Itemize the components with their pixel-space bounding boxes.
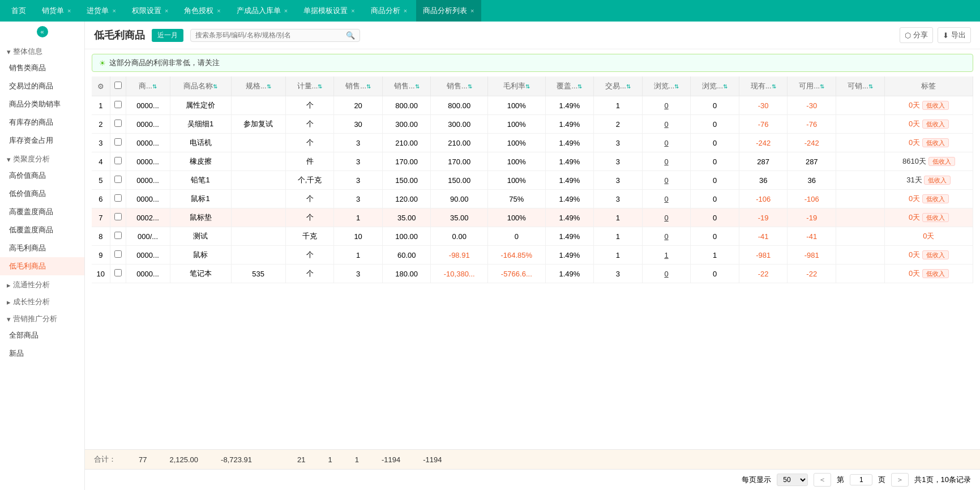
trade-link[interactable]: 0 xyxy=(664,157,668,166)
close-icon[interactable]: × xyxy=(165,7,168,14)
sidebar-item-category-rate[interactable]: 商品分类助销率 xyxy=(0,95,84,113)
sidebar-item-new-products[interactable]: 新品 xyxy=(0,344,84,363)
row-cover: 1 xyxy=(594,227,643,246)
sidebar-item-high-coverage[interactable]: 高覆盖度商品 xyxy=(0,203,84,221)
share-button[interactable]: ⬡ 分享 xyxy=(900,27,933,43)
row-checkbox[interactable] xyxy=(114,176,122,183)
nav-sales-order[interactable]: 销货单 × xyxy=(35,0,78,22)
row-stock: -76 xyxy=(739,115,788,134)
nav-templates[interactable]: 单据模板设置 × xyxy=(297,0,361,22)
table-row: 3 0000... 电话机 个 3 210.00 210.00 100% 1.4… xyxy=(92,134,973,152)
close-icon[interactable]: × xyxy=(112,7,115,14)
row-stock: -41 xyxy=(739,227,788,246)
nav-purchase-order[interactable]: 进货单 × xyxy=(80,0,122,22)
row-qty: 3 xyxy=(334,265,383,283)
row-checkbox[interactable] xyxy=(114,138,122,146)
close-icon[interactable]: × xyxy=(351,7,354,14)
sidebar-item-high-margin[interactable]: 高毛利商品 xyxy=(0,239,84,257)
trade-link[interactable]: 1 xyxy=(664,251,668,259)
page-number-input[interactable] xyxy=(850,474,872,485)
sidebar-group-growth[interactable]: ▸ 成长性分析 xyxy=(0,292,84,309)
trade-link[interactable]: 0 xyxy=(664,120,668,129)
row-checkbox-cell[interactable] xyxy=(110,246,126,265)
row-trade: 0 xyxy=(642,265,691,283)
trade-link[interactable]: 0 xyxy=(664,214,668,222)
sidebar-group-overall[interactable]: ▾ 整体信息 xyxy=(0,42,84,59)
row-checkbox[interactable] xyxy=(114,269,122,276)
sidebar-item-high-value[interactable]: 高价值商品 xyxy=(0,167,84,185)
prev-page-button[interactable]: ＜ xyxy=(814,473,831,487)
trade-link[interactable]: 0 xyxy=(664,176,668,185)
nav-product-analysis[interactable]: 商品分析 × xyxy=(364,0,414,22)
nav-roles[interactable]: 角色授权 × xyxy=(177,0,227,22)
close-icon[interactable]: × xyxy=(217,7,220,14)
select-all-checkbox[interactable] xyxy=(114,82,122,89)
col-code: 商...⇅ xyxy=(126,76,170,96)
row-no: 5 xyxy=(92,171,110,190)
sidebar-item-capital[interactable]: 库存资金占用 xyxy=(0,131,84,150)
close-icon[interactable]: × xyxy=(404,7,407,14)
row-checkbox-cell[interactable] xyxy=(110,96,126,115)
nav-products[interactable]: 产成品入库单 × xyxy=(230,0,294,22)
row-checkbox-cell[interactable] xyxy=(110,152,126,171)
col-checkbox[interactable] xyxy=(110,76,126,96)
sidebar-item-sales-products[interactable]: 销售类商品 xyxy=(0,59,84,77)
sidebar-item-all-products[interactable]: 全部商品 xyxy=(0,326,84,344)
trade-link[interactable]: 0 xyxy=(664,195,668,203)
trade-link[interactable]: 0 xyxy=(664,232,668,241)
row-checkbox-cell[interactable] xyxy=(110,115,126,134)
row-checkbox[interactable] xyxy=(114,120,122,127)
days-value: 0天 xyxy=(909,250,920,259)
trade-link[interactable]: 0 xyxy=(664,270,668,278)
nav-home[interactable]: 首页 xyxy=(5,0,33,22)
nav-permissions[interactable]: 权限设置 × xyxy=(125,0,175,22)
row-gross: 1.49% xyxy=(545,208,594,227)
search-box[interactable]: 🔍 xyxy=(190,29,360,42)
search-input[interactable] xyxy=(195,31,346,39)
sidebar-group-clustering[interactable]: ▾ 类聚度分析 xyxy=(0,150,84,167)
row-checkbox-cell[interactable] xyxy=(110,171,126,190)
row-checkbox-cell[interactable] xyxy=(110,265,126,283)
nav-product-analysis-list[interactable]: 商品分析列表 × xyxy=(416,0,481,22)
trade-link[interactable]: 0 xyxy=(664,139,668,147)
close-icon[interactable]: × xyxy=(284,7,288,14)
row-checkbox-cell[interactable] xyxy=(110,134,126,152)
row-checkbox-cell[interactable] xyxy=(110,227,126,246)
sidebar-item-low-coverage[interactable]: 低覆盖度商品 xyxy=(0,221,84,239)
sidebar-item-traded-products[interactable]: 交易过的商品 xyxy=(0,77,84,95)
sidebar-group-marketing[interactable]: ▾ 营销推广分析 xyxy=(0,309,84,326)
row-checkbox[interactable] xyxy=(114,101,122,108)
close-icon[interactable]: × xyxy=(470,7,474,14)
row-checkbox-cell[interactable] xyxy=(110,190,126,208)
period-button[interactable]: 近一月 xyxy=(152,29,183,42)
row-cover: 3 xyxy=(594,171,643,190)
sidebar-item-low-value[interactable]: 低价值商品 xyxy=(0,185,84,203)
row-checkbox[interactable] xyxy=(114,250,122,258)
search-icon[interactable]: 🔍 xyxy=(346,31,355,40)
row-checkbox[interactable] xyxy=(114,213,122,220)
days-value: 0天 xyxy=(909,101,920,109)
sidebar-collapse-button[interactable]: « xyxy=(37,26,48,37)
sidebar-item-low-margin[interactable]: 低毛利商品 xyxy=(0,257,84,275)
row-checkbox[interactable] xyxy=(114,232,122,239)
per-page-select[interactable]: 50 20 100 xyxy=(777,474,808,486)
row-checkbox[interactable] xyxy=(114,157,122,164)
next-page-button[interactable]: ＞ xyxy=(891,473,909,487)
sidebar-group-liquidity[interactable]: ▸ 流通性分析 xyxy=(0,275,84,292)
table-row: 1 0000... 属性定价 个 20 800.00 800.00 100% 1… xyxy=(92,96,973,115)
col-settings[interactable]: ⚙ xyxy=(92,76,110,96)
row-avail: -106 xyxy=(788,190,836,208)
close-icon[interactable]: × xyxy=(67,7,71,14)
export-button[interactable]: ⬇ 导出 xyxy=(938,27,971,43)
row-sales: 180.00 xyxy=(382,265,431,283)
trade-link[interactable]: 0 xyxy=(664,101,668,110)
row-checkbox[interactable] xyxy=(114,194,122,202)
row-spec xyxy=(231,208,285,227)
row-avail: -242 xyxy=(788,134,836,152)
row-checkbox-cell[interactable] xyxy=(110,208,126,227)
row-name: 橡皮擦 xyxy=(170,152,231,171)
col-name: 商品名称⇅ xyxy=(170,76,231,96)
row-sales: 210.00 xyxy=(382,134,431,152)
sidebar-item-in-stock[interactable]: 有库存的商品 xyxy=(0,113,84,131)
product-tag: 低收入 xyxy=(924,176,951,185)
